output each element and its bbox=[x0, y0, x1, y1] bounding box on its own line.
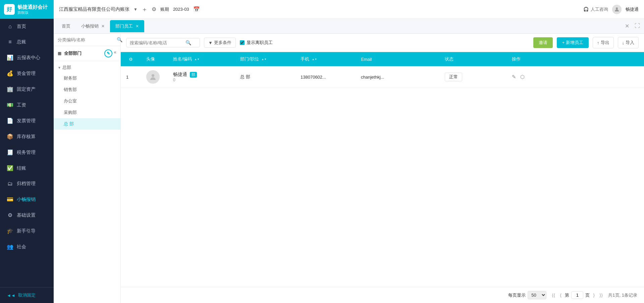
headset-icon: 🎧 bbox=[583, 7, 589, 12]
unpin-button[interactable]: ◄◄ 取消固定 bbox=[0, 287, 54, 303]
name-sort-icon: ▲▼ bbox=[194, 58, 200, 61]
more-icon: 👥 bbox=[7, 244, 13, 250]
period-label: 账期 bbox=[160, 6, 169, 12]
employee-search-box: 🔍 bbox=[126, 38, 200, 47]
dept-edit-button[interactable]: ✎ bbox=[104, 49, 112, 57]
sidebar-item-reports[interactable]: 📊 云报表中心 bbox=[0, 50, 54, 66]
page-total: 共1页, 1条记录 bbox=[608, 292, 637, 298]
tab-home[interactable]: 首页 bbox=[56, 20, 76, 32]
tax-icon: 🧾 bbox=[7, 149, 13, 156]
sidebar-item-wages[interactable]: 💵 工资 bbox=[0, 97, 54, 113]
sidebar-item-home[interactable]: ⌂ 首页 bbox=[0, 19, 54, 34]
dept-item-finance[interactable]: 财务部 bbox=[54, 73, 120, 84]
invite-button[interactable]: 邀请 bbox=[533, 37, 553, 48]
employee-table: ⚙ 头像 姓名/编码 ▲▼ 部门/职位 ▲▼ bbox=[121, 52, 644, 287]
triangle-icon: ▼ bbox=[58, 66, 61, 70]
guide-icon: 🎓 bbox=[7, 228, 13, 234]
invoice-icon: 📄 bbox=[7, 118, 13, 124]
employee-search-icon[interactable]: 🔍 bbox=[185, 40, 191, 45]
row-actions: ✎ ⬡ bbox=[506, 66, 644, 88]
content-area: 🔍 ⊞ 全部部门 ✎ « ▼ 总部 财务部 销售部 bbox=[54, 34, 644, 303]
row-index: 1 bbox=[121, 66, 141, 88]
table-body: 1 畅捷通 部 0 bbox=[121, 66, 644, 88]
dept-item-office[interactable]: 办公室 bbox=[54, 95, 120, 107]
page-input[interactable] bbox=[571, 291, 583, 299]
action-buttons: ✎ ⬡ bbox=[512, 74, 639, 80]
sidebar-logo: 好 畅捷通好会计 旗舰版 bbox=[0, 0, 54, 19]
row-email: chanjethkj... bbox=[356, 66, 439, 88]
row-avatar bbox=[141, 66, 168, 88]
settings-col-icon: ⚙ bbox=[129, 57, 133, 62]
sidebar-item-invoice[interactable]: 📄 发票管理 bbox=[0, 113, 54, 129]
import-icon: ↓ bbox=[622, 40, 625, 45]
dept-item-general[interactable]: 总 部 bbox=[54, 118, 120, 130]
col-dept[interactable]: 部门/职位 ▲▼ bbox=[235, 52, 295, 66]
export-button[interactable]: ↑ 导出 bbox=[593, 37, 614, 48]
employee-search-input[interactable] bbox=[130, 40, 183, 45]
employee-avatar bbox=[146, 70, 160, 84]
tab-expand-action[interactable]: ⛶ bbox=[633, 21, 641, 31]
sidebar-item-settings[interactable]: ⚙ 基础设置 bbox=[0, 207, 54, 223]
col-name[interactable]: 姓名/编码 ▲▼ bbox=[168, 52, 235, 66]
tab-expense-close[interactable]: ✕ bbox=[101, 24, 105, 29]
sidebar-item-tax[interactable]: 🧾 税务管理 bbox=[0, 144, 54, 160]
funds-icon: 💰 bbox=[7, 70, 13, 77]
tab-dept-close[interactable]: ✕ bbox=[136, 24, 139, 29]
dept-sort-icon: ▲▼ bbox=[261, 58, 267, 61]
prev-page-button[interactable]: ⟨ bbox=[558, 292, 563, 299]
service-button[interactable]: 🎧 人工咨询 bbox=[583, 6, 608, 12]
sidebar-item-assets[interactable]: 🏢 固定资产 bbox=[0, 81, 54, 97]
tab-expense[interactable]: 小畅报销 ✕ bbox=[76, 20, 110, 32]
ledger-icon: ≡ bbox=[7, 39, 13, 45]
row-status: 正常 bbox=[439, 66, 506, 88]
tab-actions: ✕ ⛶ bbox=[624, 21, 641, 31]
inventory-icon: 📦 bbox=[7, 133, 13, 140]
export-icon: ↑ bbox=[597, 40, 599, 45]
exit-button[interactable]: ⬡ bbox=[520, 74, 525, 80]
col-settings[interactable]: ⚙ bbox=[121, 52, 141, 66]
filter-button[interactable]: ▼ 更多条件 bbox=[204, 38, 236, 48]
pin-icon: ◄◄ bbox=[7, 293, 15, 298]
dept-search-input[interactable] bbox=[58, 37, 114, 42]
row-dept-position: 总 部 bbox=[235, 66, 295, 88]
col-phone[interactable]: 手机 ▲▼ bbox=[295, 52, 356, 66]
sidebar-item-expense[interactable]: 💳 小畅报销 bbox=[0, 191, 54, 207]
reports-icon: 📊 bbox=[7, 54, 13, 61]
app-logo-icon: 好 bbox=[4, 4, 15, 15]
sidebar-nav: ⌂ 首页 ≡ 总账 📊 云报表中心 💰 资金管理 🏢 固定资产 💵 工资 📄 发… bbox=[0, 19, 54, 287]
first-page-button[interactable]: ⟨⟨ bbox=[550, 292, 556, 299]
add-employee-button[interactable]: + 新增员工 bbox=[557, 37, 589, 48]
topbar-settings-icon[interactable]: ⚙ bbox=[152, 6, 156, 12]
sidebar-item-checkout[interactable]: ✅ 结账 bbox=[0, 160, 54, 176]
tab-bar: 首页 小畅报销 ✕ 部门员工 ✕ ✕ ⛶ bbox=[54, 19, 644, 34]
add-company-button[interactable]: ＋ bbox=[142, 5, 148, 13]
dept-collapse-button[interactable]: « bbox=[114, 49, 116, 57]
edit-button[interactable]: ✎ bbox=[512, 74, 516, 80]
tab-dept[interactable]: 部门员工 ✕ bbox=[110, 20, 144, 32]
page-size-select[interactable]: 10 20 50 100 bbox=[528, 291, 546, 299]
dept-item-sales[interactable]: 销售部 bbox=[54, 84, 120, 95]
tab-close-action[interactable]: ✕ bbox=[624, 21, 631, 31]
table-row: 1 畅捷通 部 0 bbox=[121, 66, 644, 88]
checkout-icon: ✅ bbox=[7, 165, 13, 171]
company-dropdown[interactable]: ▼ bbox=[133, 7, 138, 12]
dept-grid-icon: ⊞ bbox=[58, 51, 61, 56]
show-resigned-checkbox[interactable]: 显示离职员工 bbox=[240, 40, 273, 46]
period-value: 2023-03 bbox=[173, 7, 189, 12]
filter-icon: ▼ bbox=[208, 40, 213, 45]
sidebar-item-guide[interactable]: 🎓 新手引导 bbox=[0, 223, 54, 239]
show-resigned-input[interactable] bbox=[240, 40, 245, 45]
svg-point-0 bbox=[616, 7, 618, 9]
sidebar-item-funds[interactable]: 💰 资金管理 bbox=[0, 66, 54, 81]
sidebar-item-inventory[interactable]: 📦 库存核算 bbox=[0, 129, 54, 144]
col-status: 状态 bbox=[439, 52, 506, 66]
last-page-button[interactable]: ⟩⟩ bbox=[598, 292, 604, 299]
sidebar-item-more[interactable]: 👥 社会 bbox=[0, 239, 54, 255]
calendar-icon[interactable]: 📅 bbox=[193, 6, 200, 12]
dept-item-purchase[interactable]: 采购部 bbox=[54, 107, 120, 118]
import-button[interactable]: ↓ 导入 bbox=[618, 37, 639, 48]
sidebar-item-ledger[interactable]: ≡ 总账 bbox=[0, 34, 54, 50]
sidebar-item-archive[interactable]: 🗂 归档管理 bbox=[0, 176, 54, 191]
page-navigation: ⟨⟨ ⟨ 第 页 ⟩ ⟩⟩ bbox=[550, 291, 604, 299]
next-page-button[interactable]: ⟩ bbox=[592, 292, 596, 299]
